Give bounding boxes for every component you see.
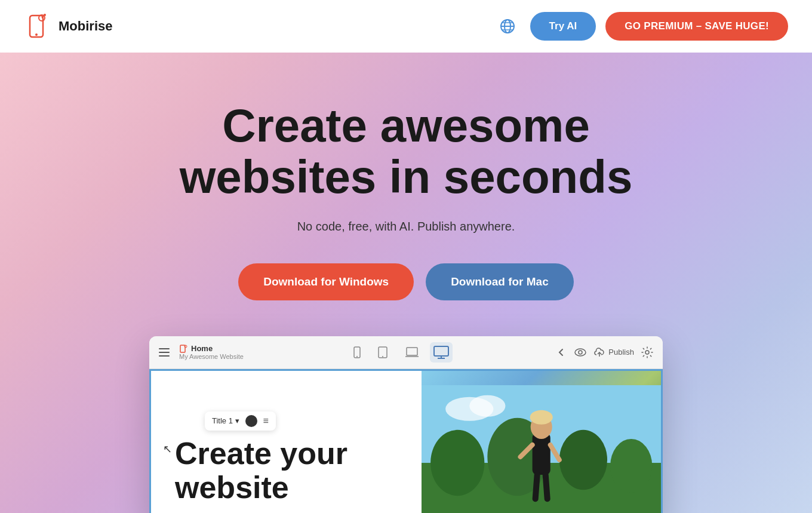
cloud-upload-icon	[594, 347, 605, 358]
dot-icon	[245, 415, 257, 427]
mobile-icon	[351, 346, 363, 358]
header: Mobirise Try AI GO PREMIUM – SAVE HUGE!	[0, 0, 812, 53]
svg-point-1	[35, 33, 38, 36]
hamburger-line-3	[159, 355, 170, 357]
page-info: Home My Awesome Website	[179, 344, 244, 360]
svg-point-22	[579, 351, 582, 354]
hamburger-icon[interactable]	[159, 348, 170, 357]
eye-icon	[574, 347, 587, 358]
preview-image	[422, 371, 661, 513]
hero-title: Create awesome websites in seconds	[137, 100, 675, 203]
svg-point-4	[44, 14, 46, 16]
svg-line-39	[545, 475, 547, 499]
hamburger-line-2	[159, 352, 170, 353]
device-laptop-btn[interactable]	[401, 343, 423, 362]
app-preview: Home My Awesome Website	[149, 336, 663, 513]
laptop-icon	[405, 346, 419, 358]
hero-subtitle: No code, free, with AI. Publish anywhere…	[297, 220, 515, 234]
back-icon	[556, 347, 567, 358]
svg-point-35	[530, 410, 552, 425]
svg-point-32	[610, 439, 652, 493]
lines-icon: ≡	[263, 416, 269, 426]
svg-point-24	[645, 351, 649, 354]
app-toolbar: Home My Awesome Website	[149, 336, 663, 369]
page-subname: My Awesome Website	[179, 353, 244, 360]
globe-button[interactable]	[494, 13, 521, 39]
device-mobile-btn[interactable]	[347, 343, 367, 362]
svg-rect-18	[434, 346, 448, 356]
download-mac-button[interactable]: Download for Mac	[426, 263, 574, 300]
hamburger-line-1	[159, 348, 170, 349]
toolbar-center	[347, 342, 453, 363]
svg-point-31	[559, 430, 607, 490]
publish-label: Publish	[608, 348, 634, 357]
tablet-icon	[377, 346, 390, 358]
publish-btn[interactable]: Publish	[594, 347, 634, 358]
title-badge-label: Title 1 ▾	[212, 416, 239, 425]
back-btn[interactable]	[556, 347, 567, 358]
logo-area: Mobirise	[24, 12, 112, 41]
preview-scene-svg	[422, 385, 661, 513]
svg-point-21	[575, 349, 586, 356]
device-desktop-btn[interactable]	[430, 342, 453, 363]
download-windows-button[interactable]: Download for Windows	[238, 263, 414, 300]
svg-rect-33	[532, 433, 550, 475]
preview-btn[interactable]	[574, 347, 587, 358]
page-name-icon	[179, 345, 187, 353]
logo-icon	[24, 12, 53, 41]
device-tablet-btn[interactable]	[374, 343, 394, 362]
toolbar-left: Home My Awesome Website	[159, 344, 244, 360]
editing-toolbar: Title 1 ▾ ≡	[205, 411, 276, 431]
svg-rect-16	[407, 348, 417, 355]
svg-point-27	[469, 395, 505, 417]
svg-point-13	[356, 356, 358, 357]
settings-btn[interactable]	[641, 346, 653, 358]
svg-point-15	[382, 356, 383, 357]
settings-icon	[641, 346, 653, 358]
content-area: Create yourwebsite	[151, 371, 661, 513]
page-name: Home	[179, 344, 244, 353]
desktop-icon	[433, 346, 449, 359]
hero-buttons: Download for Windows Download for Mac	[238, 263, 574, 300]
logo-text: Mobirise	[59, 19, 112, 34]
try-ai-button[interactable]: Try AI	[530, 12, 596, 41]
header-right: Try AI GO PREMIUM – SAVE HUGE!	[494, 12, 788, 41]
svg-point-29	[430, 430, 484, 496]
svg-line-38	[535, 475, 537, 499]
cursor-arrow: ↖	[163, 443, 172, 456]
globe-icon	[499, 18, 516, 35]
hero-section: Create awesome websites in seconds No co…	[0, 53, 812, 513]
premium-button[interactable]: GO PREMIUM – SAVE HUGE!	[605, 12, 788, 41]
toolbar-right: Publish	[556, 346, 653, 358]
app-content: ↑ ↓ ⚙ 🗑 Title 1 ▾ ≡ ↖ Create yourwebsite	[149, 369, 663, 513]
